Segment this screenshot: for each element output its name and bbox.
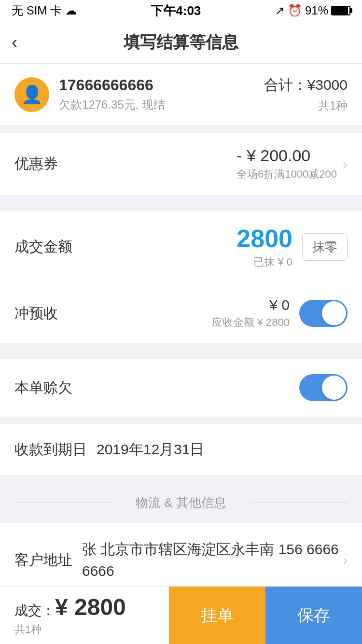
own-debt-label: 本单赊欠: [14, 378, 72, 398]
customer-debt: 欠款1276.35元, 现结: [59, 97, 165, 112]
avatar-icon: 👤: [21, 84, 43, 105]
coupon-desc: 全场6折满1000减200: [237, 167, 337, 182]
own-debt-toggle[interactable]: [299, 374, 348, 401]
due-date-value: 2019年12月31日: [97, 440, 204, 460]
due-date-label: 收款到期日: [14, 440, 87, 460]
status-time: 下午4:03: [151, 2, 201, 19]
chevron-right-icon: ›: [343, 156, 348, 172]
own-debt-section: 本单赊欠: [0, 359, 362, 417]
deal-amount-group: 2800 已抹 ¥ 0: [237, 224, 292, 269]
status-left: 无 SIM 卡 ☁: [12, 3, 77, 18]
customer-left: 👤 17666666666 欠款1276.35元, 现结: [14, 76, 165, 112]
back-button[interactable]: ‹: [12, 32, 17, 53]
customer-info: 17666666666 欠款1276.35元, 现结: [59, 76, 165, 112]
toggle-knob: [322, 301, 346, 325]
status-bar: 无 SIM 卡 ☁ 下午4:03 ↗ ⏰ 91%: [0, 0, 362, 21]
coupon-label: 优惠券: [14, 154, 58, 174]
coupon-row[interactable]: 优惠券 - ¥ 200.00 全场6折满1000减200 ›: [0, 133, 362, 195]
section-divider-2: [0, 343, 362, 351]
own-debt-toggle-knob: [322, 376, 346, 400]
total-amount: 合计：¥3000: [264, 75, 348, 95]
battery-percent: 91%: [305, 4, 328, 17]
prereceive-right: ¥ 0 应收金额 ¥ 2800: [212, 297, 348, 330]
customer-card: 👤 17666666666 欠款1276.35元, 现结 合计：¥3000 共1…: [0, 64, 362, 125]
bottom-info: 成交：¥ 2800 共1种: [0, 594, 169, 637]
address-label: 客户地址: [14, 550, 72, 570]
prereceive-amount: ¥ 0: [212, 297, 290, 313]
save-button[interactable]: 保存: [265, 587, 362, 644]
page-title: 填写结算等信息: [124, 31, 238, 54]
prereceive-label: 冲预收: [14, 304, 58, 323]
bottom-count: 共1种: [14, 622, 154, 637]
prereceive-amount-group: ¥ 0 应收金额 ¥ 2800: [212, 297, 290, 330]
logistics-divider: 物流 & 其他信息: [0, 483, 362, 523]
customer-phone: 17666666666: [59, 76, 165, 94]
avatar: 👤: [14, 77, 49, 112]
location-icon: ↗: [275, 4, 285, 17]
deal-sub: 已抹 ¥ 0: [237, 255, 292, 269]
round-zero-button[interactable]: 抹零: [302, 233, 348, 261]
deal-section: 成交金额 2800 已抹 ¥ 0 抹零 冲预收 ¥ 0 应收金额 ¥ 2800: [0, 210, 362, 343]
nav-bar: ‹ 填写结算等信息: [0, 21, 362, 64]
logistics-text: 物流 & 其他信息: [136, 494, 226, 511]
deal-row: 成交金额 2800 已抹 ¥ 0 抹零: [14, 210, 348, 283]
logistics-line-left: [14, 503, 111, 503]
bottom-deal-amount: ¥ 2800: [55, 594, 126, 620]
due-date-section: 收款到期日 2019年12月31日: [0, 424, 362, 475]
coupon-right: - ¥ 200.00 全场6折满1000减200 ›: [237, 146, 348, 182]
alarm-icon: ⏰: [288, 4, 302, 17]
deal-right: 2800 已抹 ¥ 0 抹零: [237, 224, 348, 269]
own-debt-row: 本单赊欠: [14, 359, 348, 417]
deal-amount: 2800: [237, 224, 292, 253]
address-chevron-icon: ›: [343, 552, 348, 568]
coupon-info: - ¥ 200.00 全场6折满1000减200: [237, 146, 337, 182]
battery-icon: [331, 6, 350, 15]
status-right: ↗ ⏰ 91%: [275, 4, 350, 17]
sim-status: 无 SIM 卡 ☁: [12, 3, 77, 18]
prereceive-toggle[interactable]: [299, 300, 348, 327]
hang-button[interactable]: 挂单: [169, 587, 265, 644]
address-value: 张 北京市市辖区海淀区永丰南 156 6666 6666: [82, 538, 343, 582]
prereceive-sub: 应收金额 ¥ 2800: [212, 315, 290, 330]
deal-label: 成交金额: [14, 237, 72, 257]
prereceive-row: 冲预收 ¥ 0 应收金额 ¥ 2800: [14, 283, 348, 343]
bottom-bar: 成交：¥ 2800 共1种 挂单 保存: [0, 586, 362, 644]
section-divider-1: [0, 203, 362, 210]
total-count: 共1种: [264, 98, 348, 113]
customer-right: 合计：¥3000 共1种: [264, 75, 348, 113]
bottom-deal-label: 成交：¥ 2800: [14, 594, 154, 620]
page-content: 👤 17666666666 欠款1276.35元, 现结 合计：¥3000 共1…: [0, 64, 362, 644]
due-date-row: 收款到期日 2019年12月31日: [14, 424, 348, 475]
logistics-line-right: [251, 503, 348, 503]
coupon-amount: - ¥ 200.00: [237, 146, 337, 165]
